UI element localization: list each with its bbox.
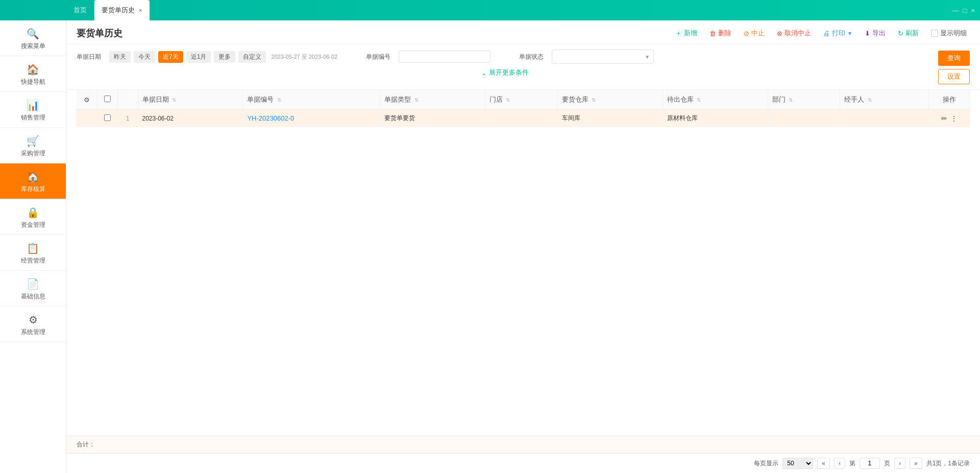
date-btn-7days[interactable]: 近7天 (158, 51, 183, 63)
print-button[interactable]: 🖨 打印 ▼ (820, 27, 855, 40)
operations-icon: 📋 (27, 242, 39, 254)
tab-home[interactable]: 首页 (66, 0, 94, 20)
sidebar-item-inventory[interactable]: 🏠 库存核算 (0, 163, 66, 199)
col-department-label: 部门 (772, 96, 786, 103)
next-page-btn[interactable]: › (894, 458, 905, 469)
sidebar-item-search-menu[interactable]: 🔍 搜索菜单 (0, 20, 66, 56)
tab-active[interactable]: 要货单历史 × (94, 0, 150, 20)
page-number-input[interactable] (860, 458, 880, 469)
sort-pending-warehouse-icon[interactable]: ⇅ (697, 97, 701, 103)
filter-settings-button[interactable]: 设置 (938, 69, 970, 84)
date-btn-more[interactable]: 更多 (214, 51, 235, 63)
col-docnum-label: 单据编号 (247, 96, 274, 103)
col-settings[interactable]: ⚙ (77, 90, 97, 110)
page-unit: 页 (884, 459, 890, 468)
row-pending-warehouse-cell: 原材料仓库 (663, 110, 768, 127)
row-checkbox[interactable] (104, 114, 111, 121)
export-button[interactable]: ⬇ 导出 (862, 27, 889, 40)
row-docnum-link[interactable]: YH-20230602-0 (247, 114, 294, 122)
expand-icon: ⌄ (481, 69, 487, 77)
row-num-cell: 1 (117, 110, 138, 127)
col-store: 门店 ⇅ (485, 90, 558, 110)
prev-page-btn[interactable]: ‹ (834, 458, 845, 469)
sort-handler-icon[interactable]: ⇅ (868, 97, 872, 103)
basic-icon: 📄 (27, 278, 39, 290)
sidebar-item-system[interactable]: ⚙ 系统管理 (0, 306, 66, 342)
main-layout: 🔍 搜索菜单 🏠 快捷导航 📊 销售管理 🛒 采购管理 🏠 库存核算 🔒 资金管… (0, 20, 980, 473)
last-page-btn[interactable]: » (910, 458, 922, 469)
content-area: 要货单历史 ＋ 新增 🗑 删除 ⊘ 中止 ⊗ 取消中止 🖨 打印 (66, 20, 980, 473)
footer-total: 合计： (66, 436, 980, 453)
row-docnum-cell: YH-20230602-0 (243, 110, 380, 127)
page-header: 要货单历史 ＋ 新增 🗑 删除 ⊘ 中止 ⊗ 取消中止 🖨 打印 (66, 20, 980, 44)
minimize-icon[interactable]: — (952, 7, 959, 14)
status-filter-select[interactable] (552, 50, 654, 64)
page-size-select[interactable]: 50 10 20 100 (782, 458, 813, 469)
expand-filter-btn[interactable]: ⌄ 展开更多条件 (481, 68, 529, 77)
add-button[interactable]: ＋ 新增 (672, 27, 700, 40)
sidebar-item-operations[interactable]: 📋 经营管理 (0, 235, 66, 271)
filter-row-expand: ⌄ 展开更多条件 (77, 68, 933, 77)
tab-close-icon[interactable]: × (139, 7, 142, 13)
purchase-icon: 🛒 (27, 135, 39, 147)
refresh-label: 刷新 (905, 29, 919, 38)
print-icon: 🖨 (823, 30, 830, 37)
status-filter-label: 单据状态 (519, 53, 544, 61)
sort-store-icon[interactable]: ⇅ (506, 97, 510, 103)
first-page-btn[interactable]: « (817, 458, 830, 469)
col-docnum: 单据编号 ⇅ (243, 90, 380, 110)
refresh-button[interactable]: ↻ 刷新 (895, 27, 922, 40)
data-table: ⚙ 单据日期 ⇅ 单据编号 ⇅ (77, 90, 970, 127)
sidebar-item-label: 销售管理 (21, 113, 45, 122)
refresh-icon: ↻ (898, 30, 903, 37)
display-detail-button[interactable]: 显示明细 (928, 27, 970, 40)
sidebar-item-label: 经营管理 (21, 256, 45, 265)
sidebar-item-purchase[interactable]: 🛒 采购管理 (0, 128, 66, 163)
sort-req-warehouse-icon[interactable]: ⇅ (592, 97, 596, 103)
cancel-stop-label: 取消中止 (785, 29, 811, 38)
finance-icon: 🔒 (27, 206, 39, 219)
sidebar-item-label: 库存核算 (21, 185, 45, 194)
date-btn-today[interactable]: 今天 (134, 51, 155, 63)
date-filters: 昨天 今天 近7天 近1月 更多 自定义 2023-05-27 至 2023-0… (109, 51, 337, 63)
query-button[interactable]: 查询 (938, 51, 970, 66)
row-doctype-cell: 要货单要货 (380, 110, 485, 127)
sort-doctype-icon[interactable]: ⇅ (414, 97, 419, 103)
total-info: 共1页，1条记录 (926, 459, 970, 468)
select-all-checkbox[interactable] (104, 96, 111, 102)
maximize-icon[interactable]: □ (963, 7, 967, 14)
cancel-stop-button[interactable]: ⊗ 取消中止 (774, 27, 814, 40)
window-close-icon[interactable]: × (971, 7, 975, 14)
date-btn-yesterday[interactable]: 昨天 (109, 51, 131, 63)
date-btn-custom[interactable]: 自定义 (238, 51, 266, 63)
filter-row-1: 单据日期 昨天 今天 近7天 近1月 更多 自定义 2023-05-27 至 2… (77, 50, 933, 64)
table-settings-icon[interactable]: ⚙ (84, 96, 90, 104)
col-department: 部门 ⇅ (768, 90, 840, 110)
row-more-icon[interactable]: ⋮ (950, 114, 958, 123)
sidebar-item-label: 快捷导航 (21, 78, 45, 86)
inventory-icon: 🏠 (27, 171, 39, 183)
stop-button[interactable]: ⊘ 中止 (741, 27, 768, 40)
row-edit-icon[interactable]: ✏ (941, 114, 947, 123)
col-doctype-label: 单据类型 (384, 96, 411, 103)
sort-docnum-icon[interactable]: ⇅ (277, 97, 281, 103)
tab-home-label: 首页 (74, 6, 87, 15)
sort-department-icon[interactable]: ⇅ (789, 97, 793, 103)
quick-nav-icon: 🏠 (27, 63, 39, 76)
sidebar-item-finance[interactable]: 🔒 资金管理 (0, 199, 66, 235)
display-label: 显示明细 (940, 29, 967, 38)
sidebar-item-basic[interactable]: 📄 基础信息 (0, 271, 66, 306)
row-department-cell (768, 110, 840, 127)
add-label: 新增 (684, 29, 697, 38)
date-btn-1month[interactable]: 近1月 (186, 51, 211, 63)
sidebar: 🔍 搜索菜单 🏠 快捷导航 📊 销售管理 🛒 采购管理 🏠 库存核算 🔒 资金管… (0, 20, 66, 473)
table-container: ⚙ 单据日期 ⇅ 单据编号 ⇅ (66, 90, 980, 436)
sort-date-icon[interactable]: ⇅ (172, 97, 176, 103)
delete-button[interactable]: 🗑 删除 (706, 27, 734, 40)
docnum-filter-input[interactable] (399, 51, 491, 63)
table-header-row: ⚙ 单据日期 ⇅ 单据编号 ⇅ (77, 90, 970, 110)
date-filter-label: 单据日期 (77, 53, 101, 61)
sidebar-item-quick-nav[interactable]: 🏠 快捷导航 (0, 56, 66, 92)
sidebar-item-sales[interactable]: 📊 销售管理 (0, 92, 66, 128)
col-handler: 经手人 ⇅ (840, 90, 929, 110)
